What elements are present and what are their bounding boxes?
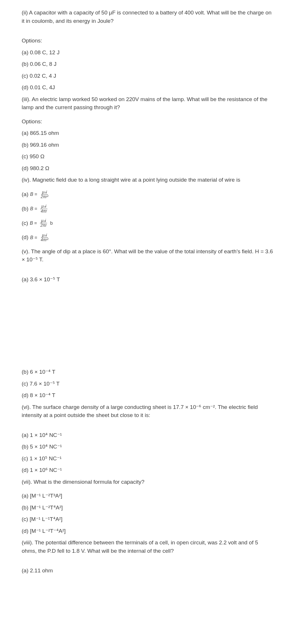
denominator: 2πr (39, 223, 48, 228)
q4-b-eqleft: B = (30, 205, 37, 212)
q5-option-b: (b) 6 × 10⁻⁴ T (22, 368, 274, 376)
q6-option-d: (d) 1 × 10⁶ NC⁻¹ (22, 466, 274, 474)
formula-fraction: μ₀i 4πr (40, 204, 48, 213)
question-vii-text: (vii). What is the dimensional formula f… (22, 478, 274, 486)
q6-option-a: (a) 1 × 10⁴ NC⁻¹ (22, 431, 274, 440)
q4-d-prefix: (d) (22, 233, 28, 242)
q7-option-d: (d) [M⁻¹ L⁻²T⁻⁴A²] (22, 527, 274, 535)
numerator: μ₀i (40, 219, 47, 223)
q3-option-b: (b) 969.16 ohm (22, 141, 274, 149)
question-iii-text: (iii). An electric lamp worked 50 worked… (22, 95, 274, 112)
q6-option-c: (c) 1 × 10⁵ NC⁻¹ (22, 455, 274, 463)
question-v-text: (v). The angle of dip at a place is 60°.… (22, 247, 274, 264)
question-vi-text: (vi). The surface charge density of a la… (22, 403, 274, 420)
formula-fraction: μ₀i 4πr² (40, 233, 50, 242)
q7-option-c: (c) [M⁻¹ L⁻¹T⁴A²] (22, 515, 274, 524)
q4-option-a: (a) B = μ₀i 2πr² (22, 190, 274, 199)
q5-option-a: (a) 3.6 × 10⁻⁵ T (22, 276, 274, 284)
q2-options-label: Options: (22, 37, 274, 45)
q4-option-b: (b) B = μ₀i 4πr (22, 204, 274, 213)
q4-c-prefix: (c) (22, 219, 28, 228)
q4-c-suffix: b (50, 220, 53, 227)
q5-option-c: (c) 7.6 × 10⁻⁵ T (22, 380, 274, 388)
q7-option-b: (b) [M⁻¹ L⁻²T⁴A²] (22, 504, 274, 512)
q4-c-eqleft: B = (30, 220, 37, 227)
numerator: μ₀i (41, 233, 48, 238)
q6-option-b: (b) 5 × 10⁴ NC⁻¹ (22, 443, 274, 451)
question-iv-text: (iv). Magnetic field due to a long strai… (22, 176, 274, 184)
denominator: 4πr² (40, 238, 50, 242)
q4-option-d: (d) B = μ₀i 4πr² (22, 233, 274, 242)
question-ii-text: (ii) A capacitor with a capacity of 50 μ… (22, 9, 274, 25)
q7-option-a: (a) [M⁻¹ L⁻²T³A²] (22, 492, 274, 500)
q5-option-d: (d) 8 × 10⁻⁴ T (22, 391, 274, 400)
q2-option-b: (b) 0.06 C, 8 J (22, 60, 274, 68)
q3-option-c: (c) 950 Ω (22, 152, 274, 161)
q4-b-prefix: (b) (22, 205, 28, 213)
q4-a-prefix: (a) (22, 190, 28, 199)
q3-options-label: Options: (22, 118, 274, 126)
q4-option-c: (c) B = μ₀i 2πr b (22, 219, 274, 228)
q4-d-eqleft: B = (30, 234, 37, 241)
denominator: 2πr² (40, 195, 50, 199)
q3-option-d: (d) 980.2 Ω (22, 164, 274, 173)
q4-a-eqleft: B = (30, 191, 37, 198)
numerator: μ₀i (41, 190, 48, 195)
q8-option-a: (a) 2.11 ohm (22, 567, 274, 575)
denominator: 4πr (40, 209, 48, 213)
q2-option-c: (c) 0.02 C, 4 J (22, 72, 274, 80)
formula-fraction: μ₀i 2πr² (40, 190, 50, 199)
q2-option-a: (a) 0.08 C, 12 J (22, 49, 274, 57)
numerator: μ₀i (40, 204, 47, 209)
q3-option-a: (a) 865.15 ohm (22, 129, 274, 137)
q2-option-d: (d) 0.01 C, 4J (22, 83, 274, 92)
question-viii-text: (viii). The potential difference between… (22, 539, 274, 555)
formula-fraction: μ₀i 2πr (39, 219, 48, 228)
